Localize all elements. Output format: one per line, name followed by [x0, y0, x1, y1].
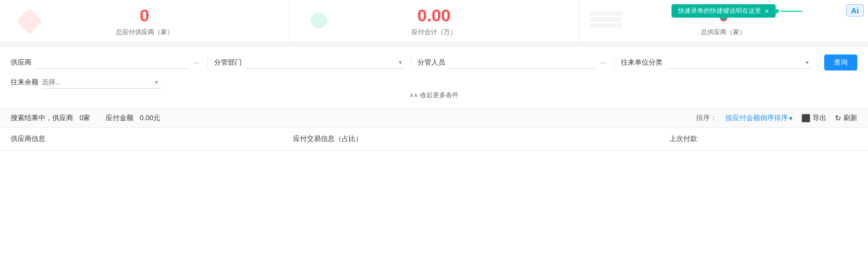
result-info: 搜索结果中，供应商0家 应付金额0.00元: [11, 113, 173, 123]
svg-text:¥: ¥: [27, 18, 31, 25]
col-last-payment: 上次付款: [669, 134, 857, 144]
col-supplier-info: 供应商信息: [11, 134, 293, 144]
dept-label: 分管部门: [214, 58, 242, 67]
supplier-more-button[interactable]: ···: [192, 58, 201, 67]
tooltip-bubble[interactable]: 快速录单的快捷键说明在这里 ×: [672, 4, 775, 18]
unit-class-input[interactable]: [666, 56, 811, 69]
balance-label: 往来余额: [11, 77, 38, 87]
query-button[interactable]: 查询: [824, 54, 857, 70]
export-icon: ⬛: [801, 114, 810, 122]
payable-total-number: 0.00: [417, 5, 451, 26]
piggy-icon: [305, 8, 332, 35]
filter-row-2: 往来余额 ▾: [11, 76, 857, 89]
unit-class-label: 往来单位分类: [621, 58, 662, 67]
person-label: 分管人员: [417, 58, 445, 67]
dept-select-wrapper: ▾: [245, 56, 404, 69]
tooltip-dot: [774, 9, 778, 13]
sort-select[interactable]: 按应付会额倒序排序 ▾: [725, 113, 793, 123]
ai-badge[interactable]: Ai: [846, 4, 864, 17]
filter-supplier: 供应商 ···: [11, 56, 201, 69]
sort-chevron-icon: ▾: [789, 114, 793, 122]
svg-rect-8: [590, 17, 622, 21]
person-more-button[interactable]: ···: [599, 58, 607, 67]
export-button[interactable]: ⬛ 导出: [801, 113, 826, 123]
result-amount-prefix: 应付金额: [106, 114, 133, 122]
result-amount-value: 0.00元: [140, 114, 160, 122]
balance-select-wrapper: ▾: [42, 76, 160, 89]
dept-input[interactable]: [245, 56, 404, 69]
filter-unit-class: 往来单位分类 ▾: [621, 56, 811, 69]
table-header: 供应商信息 应付交易信息（占比） 上次付款: [0, 128, 868, 151]
refresh-button[interactable]: ↻ 刷新: [835, 113, 857, 123]
divider-2: [411, 57, 411, 68]
refresh-label: 刷新: [843, 113, 857, 123]
tooltip-text: 快速录单的快捷键说明在这里: [678, 6, 761, 15]
svg-rect-9: [590, 23, 622, 27]
table-area: 供应商信息 应付交易信息（占比） 上次付款: [0, 128, 868, 275]
balance-input[interactable]: [42, 76, 160, 89]
total-payable-number: 0: [140, 5, 149, 26]
filter-dept: 分管部门 ▾: [214, 56, 404, 69]
svg-point-2: [311, 12, 327, 28]
tooltip-line: [780, 11, 802, 12]
filter-area: 供应商 ··· 分管部门 ▾ 分管人员 ··· 往来单位分类 ▾: [0, 47, 868, 109]
collapse-label: 收起更多条件: [420, 91, 459, 100]
svg-point-3: [315, 16, 318, 19]
collapse-button[interactable]: ∧∧ 收起更多条件: [11, 89, 857, 104]
sort-label: 排序：: [696, 113, 717, 123]
stat-total-payable-suppliers: ¥ 0 总应付供应商（家）: [0, 0, 289, 42]
divider-3: [614, 57, 614, 68]
stat-total-suppliers: 快速录单的快捷键说明在这里 × 0 总供应商（家） Ai: [579, 0, 868, 42]
result-summary: 搜索结果中，供应商0家 应付金额0.00元: [11, 114, 167, 122]
rows-icon: [590, 11, 622, 32]
svg-point-5: [315, 19, 317, 20]
person-input[interactable]: [448, 56, 596, 69]
filter-person: 分管人员 ···: [417, 56, 607, 69]
divider-4: [817, 57, 818, 68]
table-body: [0, 151, 868, 275]
payable-total-label: 应付合计（万）: [412, 28, 456, 37]
result-supplier-count: 0家: [80, 114, 90, 122]
sort-value: 按应付会额倒序排序: [725, 113, 788, 123]
refresh-icon: ↻: [835, 114, 841, 122]
svg-rect-7: [590, 11, 622, 15]
svg-point-6: [321, 19, 322, 20]
supplier-input[interactable]: [35, 56, 189, 69]
supplier-label: 供应商: [11, 58, 32, 67]
divider-1: [207, 57, 208, 68]
diamond-icon: ¥: [16, 8, 43, 35]
col-transaction-info: 应付交易信息（占比）: [293, 134, 669, 144]
export-label: 导出: [812, 113, 826, 123]
filter-row-1: 供应商 ··· 分管部门 ▾ 分管人员 ··· 往来单位分类 ▾: [11, 54, 857, 70]
total-suppliers-label: 总供应商（家）: [701, 28, 746, 37]
stat-payable-total: 0.00 应付合计（万）: [289, 0, 579, 42]
collapse-up-icon: ∧∧: [409, 92, 418, 99]
stats-bar: ¥ 0 总应付供应商（家） 0.00 应付合计（万） 快速录单的快捷键说明在这里…: [0, 0, 868, 43]
result-summary-prefix: 搜索结果中，供应商: [11, 114, 73, 122]
result-bar: 搜索结果中，供应商0家 应付金额0.00元 排序： 按应付会额倒序排序 ▾ ⬛ …: [0, 109, 868, 128]
tooltip-close-button[interactable]: ×: [764, 7, 769, 15]
total-payable-label: 总应付供应商（家）: [116, 28, 173, 37]
unit-class-select-wrapper: ▾: [666, 56, 811, 69]
result-actions: 排序： 按应付会额倒序排序 ▾ ⬛ 导出 ↻ 刷新: [696, 113, 857, 123]
filter-balance: 往来余额 ▾: [11, 76, 160, 89]
